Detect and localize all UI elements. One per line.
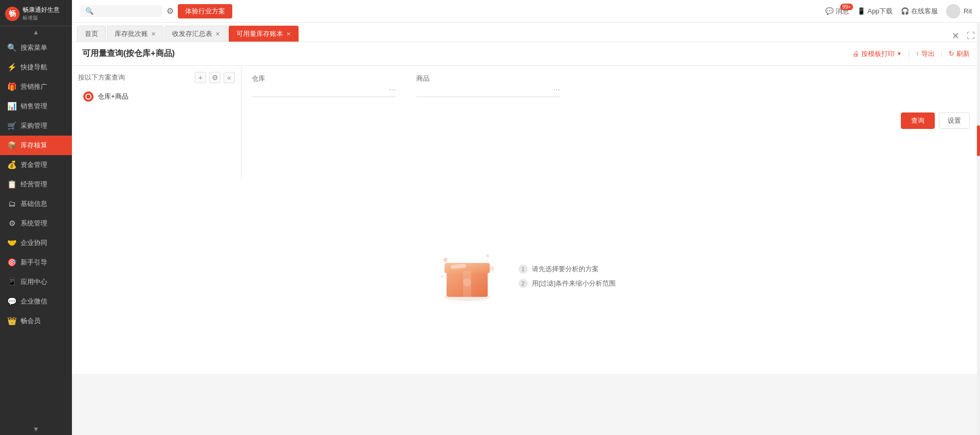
scheme-icon: [83, 91, 94, 102]
right-scrollbar: [977, 23, 980, 435]
tab-close-batch[interactable]: ✕: [151, 31, 156, 37]
query-scheme-title: 按以下方案查询: [78, 73, 125, 82]
sidebar-item-newbie[interactable]: 🎯 新手引导: [0, 253, 72, 272]
headphone-icon: 🎧: [901, 7, 909, 15]
topbar-search-input[interactable]: [97, 8, 148, 15]
purchase-icon: 🛒: [7, 121, 16, 130]
scrollbar-thumb[interactable]: [977, 125, 980, 156]
query-section: 按以下方案查询 + ⚙ « 仓库+商品: [72, 66, 980, 179]
industry-solution-button[interactable]: 体验行业方案: [178, 4, 232, 18]
topbar-left: 🔍 ⚙ 体验行业方案: [80, 4, 819, 18]
sidebar-scroll-down[interactable]: ▼: [0, 423, 72, 435]
sidebar-item-sales[interactable]: 📊 销售管理: [0, 97, 72, 116]
sidebar-item-collab[interactable]: 🤝 企业协同: [0, 233, 72, 253]
username-label: Rit: [964, 7, 972, 15]
finance-icon: 💰: [7, 160, 16, 169]
quicknav-icon: ⚡: [7, 63, 16, 72]
svg-point-5: [463, 278, 471, 287]
print-button[interactable]: 🖨 按模板打印 ▼: [853, 49, 902, 59]
collapse-scheme-button[interactable]: «: [224, 72, 235, 83]
tab-batch-account[interactable]: 库存批次账 ✕: [107, 26, 163, 42]
settings-scheme-button[interactable]: ⚙: [209, 72, 220, 83]
avatar: [946, 4, 960, 18]
message-button[interactable]: 💬 消息 99+: [825, 7, 849, 16]
sidebar-item-inventory[interactable]: 📦 库存核算: [0, 136, 72, 155]
sidebar-item-member[interactable]: 👑 畅会员: [0, 311, 72, 331]
goods-input[interactable]: [416, 86, 550, 94]
phone-icon: 📱: [857, 7, 865, 15]
tab-home[interactable]: 首页: [77, 26, 106, 42]
app-download-button[interactable]: 📱 App下载: [857, 7, 893, 16]
hint-text-2: 用[过滤]条件来缩小分析范围: [532, 279, 616, 288]
sidebar-item-system[interactable]: ⚙ 系统管理: [0, 214, 72, 233]
add-scheme-button[interactable]: +: [195, 72, 206, 83]
wecom-icon: 💬: [7, 297, 16, 306]
refresh-icon: ↻: [949, 50, 954, 58]
tabbar-expand-button[interactable]: ⛶: [967, 31, 975, 41]
sidebar-item-basic[interactable]: 🗂 基础信息: [0, 194, 72, 214]
search-icon: 🔍: [7, 43, 16, 52]
svg-point-6: [443, 258, 448, 262]
user-menu[interactable]: Rit: [946, 4, 972, 18]
sidebar-item-wecom[interactable]: 💬 企业微信: [0, 292, 72, 311]
refresh-button[interactable]: ↻ 刷新: [949, 49, 970, 59]
settings-button[interactable]: 设置: [939, 112, 970, 129]
query-field-goods: 商品 ···: [416, 74, 560, 97]
tab-close-available[interactable]: ✕: [286, 31, 291, 37]
goods-more-icon[interactable]: ···: [553, 85, 560, 94]
sidebar-scroll-up[interactable]: ▲: [0, 26, 72, 38]
page-header: 可用量查询(按仓库+商品) 🖨 按模板打印 ▼ | ↑ 导出 | ↻ 刷新: [72, 42, 980, 66]
query-button[interactable]: 查询: [901, 112, 935, 129]
page-title: 可用量查询(按仓库+商品): [82, 48, 175, 59]
basic-icon: 🗂: [7, 199, 16, 209]
empty-box-svg: [436, 245, 498, 302]
newbie-icon: 🎯: [7, 258, 16, 267]
topbar-search-box: 🔍: [80, 5, 162, 17]
member-icon: 👑: [7, 316, 16, 326]
tabbar-right-actions: ✕ ⛶: [949, 30, 975, 42]
system-icon: ⚙: [7, 219, 16, 228]
query-field-warehouse: 仓库 ···: [252, 74, 396, 97]
tab-available-stock[interactable]: 可用量库存账本 ✕: [229, 26, 299, 42]
brand-icon: 畅: [5, 7, 20, 21]
query-fields: 仓库 ··· 商品 ···: [252, 74, 970, 97]
sidebar: 畅 畅康通好生意 标准版 ▲ 🔍 搜索菜单 ⚡ 快捷导航 🎁 营销推广 📊 销售…: [0, 0, 72, 435]
content-area: 可用量查询(按仓库+商品) 🖨 按模板打印 ▼ | ↑ 导出 | ↻ 刷新: [72, 42, 980, 435]
sidebar-item-operation[interactable]: 📋 经营管理: [0, 175, 72, 194]
sidebar-item-search[interactable]: 🔍 搜索菜单: [0, 38, 72, 58]
scheme-item-warehouse-goods[interactable]: 仓库+商品: [78, 88, 235, 105]
warehouse-more-icon[interactable]: ···: [389, 85, 396, 94]
sidebar-item-marketing[interactable]: 🎁 营销推广: [0, 77, 72, 97]
svg-point-7: [486, 254, 489, 257]
search-icon-small: 🔍: [85, 7, 94, 15]
tabbar: 首页 库存批次账 ✕ 收发存汇总表 ✕ 可用量库存账本 ✕ ✕ ⛶: [72, 23, 980, 42]
brand-name: 畅康通好生意: [23, 6, 60, 14]
brand-sub: 标准版: [23, 14, 60, 22]
warehouse-input[interactable]: [252, 86, 386, 94]
message-badge: 99+: [840, 4, 853, 10]
query-btn-area: 查询 设置: [252, 112, 970, 129]
tab-close-collect[interactable]: ✕: [215, 31, 220, 37]
sidebar-item-appcenter[interactable]: 📱 应用中心: [0, 272, 72, 292]
svg-point-9: [441, 275, 444, 278]
message-icon: 💬: [825, 7, 834, 15]
sidebar-item-quicknav[interactable]: ⚡ 快捷导航: [0, 58, 72, 77]
online-service-button[interactable]: 🎧 在线客服: [901, 7, 938, 16]
tabbar-close-button[interactable]: ✕: [949, 30, 963, 42]
print-icon: 🖨: [853, 50, 859, 58]
sidebar-header: 畅 畅康通好生意 标准版: [0, 0, 72, 26]
sidebar-item-purchase[interactable]: 🛒 采购管理: [0, 116, 72, 136]
empty-illustration: [436, 245, 498, 307]
topbar-right: 💬 消息 99+ 📱 App下载 🎧 在线客服 Rit: [825, 4, 972, 18]
hint-text-1: 请先选择要分析的方案: [532, 264, 599, 274]
collab-icon: 🤝: [7, 238, 16, 248]
empty-state-area: 1 请先选择要分析的方案 2 用[过滤]条件来缩小分析范围: [72, 179, 980, 374]
page-header-actions: 🖨 按模板打印 ▼ | ↑ 导出 | ↻ 刷新: [853, 49, 970, 59]
tab-collect-account[interactable]: 收发存汇总表 ✕: [164, 26, 228, 42]
empty-content: 1 请先选择要分析的方案 2 用[过滤]条件来缩小分析范围: [436, 245, 616, 307]
sidebar-item-finance[interactable]: 💰 资金管理: [0, 155, 72, 175]
gear-icon[interactable]: ⚙: [167, 6, 174, 16]
export-button[interactable]: ↑ 导出: [916, 49, 935, 59]
brand: 畅 畅康通好生意 标准版: [5, 6, 67, 22]
topbar: 🔍 ⚙ 体验行业方案 💬 消息 99+ 📱 App下载 🎧 在线客服 R: [72, 0, 980, 23]
